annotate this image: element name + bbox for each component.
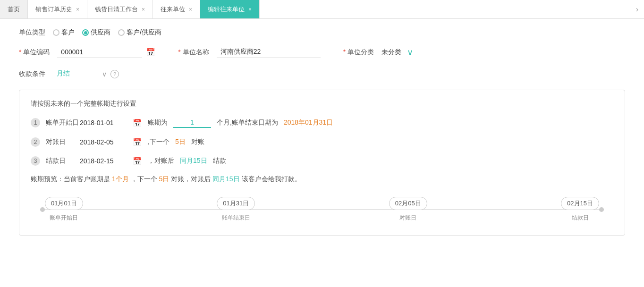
tab-home[interactable]: 首页	[0, 0, 28, 18]
code-label: 单位编码	[19, 48, 50, 57]
period-payment-day: 同月15日	[180, 157, 207, 165]
timeline-nodes: 01月01日 账单开始日 01月31日 账单结束日 02月05日 对账日 02月…	[45, 197, 599, 222]
code-input[interactable]	[57, 46, 142, 58]
name-field-group: 单位名称	[178, 46, 320, 58]
tab-partner[interactable]: 往来单位 ×	[153, 0, 200, 18]
preview-text: 账期预览：当前客户账期是 1个月 ，下一个 5日 对账，对账后 同月15日 该客…	[31, 175, 613, 184]
tab-daily-work[interactable]: 钱货日清工作台 ×	[87, 0, 153, 18]
timeline-end-dot	[599, 207, 604, 212]
period-date-2: 2018-02-05	[80, 138, 127, 146]
tab-daily-work-close[interactable]: ×	[142, 6, 145, 13]
period-cal-2[interactable]: 📅	[133, 138, 142, 147]
radio-customer-circle	[53, 29, 59, 36]
period-field-3-label: 结款日	[46, 157, 74, 165]
period-end-date: 2018年01月31日	[284, 118, 333, 127]
timeline-label-1: 账单开始日	[50, 214, 78, 222]
period-row-2: 2 对账日 2018-02-05 📅 ,下一个 5日 对账	[31, 137, 613, 147]
period-title: 请按照未来的一个完整帐期进行设置	[31, 100, 613, 108]
timeline-label-2: 账单结束日	[222, 214, 250, 222]
tab-bar: 首页 销售订单历史 × 钱货日清工作台 × 往来单位 × 编辑往来单位 × ›	[0, 0, 644, 19]
payment-help-icon[interactable]: ?	[110, 70, 119, 78]
name-input[interactable]	[217, 46, 321, 58]
radio-both[interactable]: 客户/供应商	[118, 28, 161, 37]
tab-sales-history-close[interactable]: ×	[76, 6, 79, 13]
code-name-row: 单位编码 📅 单位名称 单位分类 未分类 ∨	[19, 46, 625, 58]
period-num-3: 3	[31, 156, 40, 166]
preview-prefix: 账期预览：当前客户账期是	[31, 175, 110, 183]
timeline-bubble-1: 01月01日	[45, 197, 83, 210]
period-cal-1[interactable]: 📅	[133, 118, 142, 127]
tab-partner-close[interactable]: ×	[189, 6, 192, 13]
code-field-group: 单位编码 📅	[19, 46, 155, 58]
period-row-1: 1 账单开始日 2018-01-01 📅 账期为 个月,账单结束日期为 2018…	[31, 118, 613, 128]
timeline-container: 01月01日 账单开始日 01月31日 账单结束日 02月05日 对账日 02月…	[31, 193, 613, 226]
period-suffix-3a: ，对账后	[148, 157, 174, 165]
preview-suffix: 该客户会给我打款。	[242, 175, 301, 183]
period-field-1-label: 账单开始日	[46, 118, 74, 127]
period-num-2: 2	[31, 137, 40, 147]
timeline-bubble-4: 02月15日	[561, 197, 599, 210]
period-cal-3[interactable]: 📅	[133, 157, 142, 166]
timeline-node-1: 01月01日 账单开始日	[45, 197, 83, 222]
category-dropdown-arrow[interactable]: ∨	[407, 47, 413, 58]
unit-type-label: 单位类型	[19, 28, 45, 37]
period-reconcile-day: 5日	[175, 138, 186, 146]
payment-dropdown-arrow[interactable]: ∨	[102, 70, 107, 78]
preview-months: 1个月	[112, 175, 129, 183]
payment-value[interactable]: 月结	[53, 68, 100, 80]
radio-supplier-label: 供应商	[91, 28, 110, 37]
category-label: 单位分类	[343, 48, 374, 57]
timeline-bubble-3: 02月05日	[389, 197, 427, 210]
period-date-1: 2018-01-01	[80, 119, 127, 127]
timeline-label-4: 结款日	[572, 214, 589, 222]
period-date-3: 2018-02-15	[80, 157, 127, 165]
timeline-node-2: 01月31日 账单结束日	[217, 197, 255, 222]
tab-edit-partner-label: 编辑往来单位	[208, 5, 245, 14]
tab-sales-history[interactable]: 销售订单历史 ×	[28, 0, 87, 18]
period-field-2-label: 对账日	[46, 138, 74, 146]
preview-reconcile: 5日	[159, 175, 169, 183]
period-suffix-2b: 对账	[191, 138, 204, 146]
timeline-label-3: 对账日	[399, 214, 416, 222]
tab-edit-partner-close[interactable]: ×	[248, 6, 252, 13]
radio-customer[interactable]: 客户	[53, 28, 75, 37]
radio-customer-label: 客户	[61, 28, 75, 37]
radio-group: 客户 供应商 客户/供应商	[53, 28, 161, 37]
payment-row: 收款条件 月结 ∨ ?	[19, 68, 625, 80]
period-num-1: 1	[31, 118, 40, 127]
preview-mid: ，下一个	[131, 175, 157, 183]
period-months-input[interactable]	[173, 118, 211, 128]
tab-partner-label: 往来单位	[161, 5, 185, 14]
timeline-node-4: 02月15日 结款日	[561, 197, 599, 222]
category-field-group: 单位分类 未分类 ∨	[343, 47, 413, 58]
code-calendar-icon[interactable]: 📅	[146, 48, 155, 57]
period-row-3: 3 结款日 2018-02-15 📅 ，对账后 同月15日 结款	[31, 156, 613, 166]
radio-supplier-circle	[82, 29, 89, 36]
tab-sales-history-label: 销售订单历史	[35, 5, 72, 14]
period-suffix-2a: ,下一个	[148, 138, 169, 146]
preview-payment: 同月15日	[212, 175, 240, 183]
main-content: 单位类型 客户 供应商 客户/供应商 单位编码 📅 单位名称	[0, 19, 644, 287]
preview-item3: 对账，对账后	[171, 175, 211, 183]
payment-dropdown-group: 月结 ∨	[53, 68, 107, 80]
tab-edit-partner[interactable]: 编辑往来单位 ×	[200, 0, 260, 18]
timeline-bubble-2: 01月31日	[217, 197, 255, 210]
timeline-start-dot	[40, 207, 45, 212]
tab-home-label: 首页	[8, 5, 20, 14]
period-suffix-3b: 结款	[213, 157, 226, 165]
name-label: 单位名称	[178, 48, 209, 57]
period-suffix-1a: 账期为	[148, 118, 168, 127]
category-value: 未分类	[381, 48, 401, 57]
tab-daily-work-label: 钱货日清工作台	[95, 5, 138, 14]
tab-expand-icon[interactable]: ›	[630, 5, 644, 14]
unit-type-row: 单位类型 客户 供应商 客户/供应商	[19, 28, 625, 37]
radio-both-circle	[118, 29, 125, 36]
payment-label: 收款条件	[19, 70, 45, 78]
radio-supplier[interactable]: 供应商	[82, 28, 110, 37]
timeline-node-3: 02月05日 对账日	[389, 197, 427, 222]
period-suffix-1b: 个月,账单结束日期为	[217, 118, 278, 127]
radio-both-label: 客户/供应商	[127, 28, 161, 37]
preview-section: 账期预览：当前客户账期是 1个月 ，下一个 5日 对账，对账后 同月15日 该客…	[31, 175, 613, 226]
period-box: 请按照未来的一个完整帐期进行设置 1 账单开始日 2018-01-01 📅 账期…	[19, 90, 625, 236]
